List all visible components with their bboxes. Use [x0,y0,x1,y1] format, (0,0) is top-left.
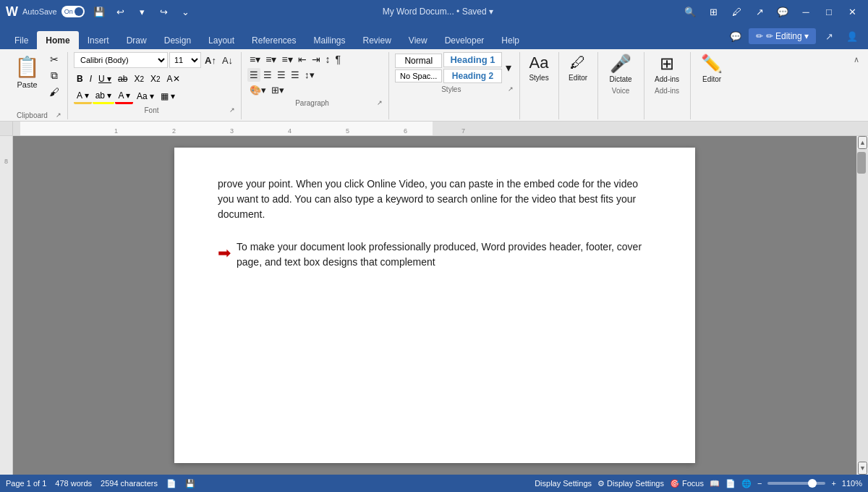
bold-button[interactable]: B [74,71,86,87]
tab-draw[interactable]: Draw [118,31,156,50]
account-icon[interactable]: ⊞ [703,1,723,22]
comments-button[interactable]: 💬 [773,1,793,22]
sort-button[interactable]: ↕ [323,52,333,67]
vertical-scrollbar[interactable]: ▲ ▼ [856,136,868,475]
no-space-style[interactable]: No Spac... [395,69,442,82]
comments-ribbon-button[interactable]: 💬 [726,26,746,46]
minimize-button[interactable]: ─ [796,1,816,22]
editor-button[interactable]: ✏️ Editor [698,52,726,85]
display-settings-label[interactable]: ⚙ Display Settings [597,479,664,488]
title-dropdown[interactable]: ▾ [489,7,493,17]
tab-review[interactable]: Review [354,31,400,50]
font-color-button[interactable]: A ▾ [74,88,92,104]
read-mode-icon[interactable]: 📖 [710,479,720,488]
bullets-button[interactable]: ≡▾ [247,52,263,67]
search-button[interactable]: 🔍 [680,1,700,22]
document-page[interactable]: prove your point. When you click Online … [174,148,695,463]
shading-para-button[interactable]: 🎨▾ [247,83,268,97]
scroll-track[interactable] [857,149,868,462]
zoom-out-button[interactable]: − [757,479,762,488]
autosave-toggle[interactable]: On [61,6,85,17]
close-button[interactable]: ✕ [842,1,862,22]
user-icon[interactable]: 👤 [842,26,862,46]
print-layout-icon[interactable]: 📄 [726,479,736,488]
line-spacing-button[interactable]: ↕▾ [302,68,317,82]
italic-button[interactable]: I [87,71,95,87]
multilevel-button[interactable]: ≡▾ [279,52,294,67]
tab-design[interactable]: Design [156,31,200,50]
decrease-indent-button[interactable]: ⇤ [296,52,309,67]
focus-label[interactable]: 🎯 Focus [670,479,704,488]
styles-dropdown[interactable]: ▾ [503,59,514,76]
editing-button[interactable]: ✏ ✏ Editing ▾ [749,28,816,44]
clipboard-expander[interactable]: ↗ [56,111,61,119]
tab-help[interactable]: Help [493,31,528,50]
ribbon-display-button[interactable]: 🖊 [726,1,746,22]
display-settings-button[interactable]: Display Settings [535,479,592,488]
redo-button[interactable]: ↪ [154,1,174,22]
align-right-button[interactable]: ☰ [275,68,288,82]
change-case-button[interactable]: Aa ▾ [134,88,157,104]
shrink-font-button[interactable]: A↓ [220,54,235,67]
tab-insert[interactable]: Insert [79,31,118,50]
styles-button[interactable]: Aa Styles [526,52,552,83]
tab-home[interactable]: Home [37,31,78,50]
tab-view[interactable]: View [400,31,436,50]
align-left-button[interactable]: ☰ [247,68,260,82]
web-layout-icon[interactable]: 🌐 [741,479,752,488]
grow-font-button[interactable]: A↑ [203,54,218,67]
save-button[interactable]: 💾 [89,1,109,22]
zoom-percent[interactable]: 110% [842,479,862,488]
align-center-button[interactable]: ☰ [261,68,274,82]
editing-ribbon-button[interactable]: 🖊 Editor [565,52,591,83]
share-ribbon-btn[interactable]: ↗ [819,26,839,46]
strikethrough-button[interactable]: ab [115,71,130,87]
scroll-thumb[interactable] [857,152,866,174]
numbering-button[interactable]: ≡▾ [263,52,278,67]
scroll-down-button[interactable]: ▼ [858,462,867,475]
subscript-button[interactable]: X2 [131,71,147,87]
tab-file[interactable]: File [6,31,37,50]
scroll-up-button[interactable]: ▲ [858,136,867,149]
tab-layout[interactable]: Layout [200,31,243,50]
tab-references[interactable]: References [243,31,305,50]
heading1-style[interactable]: Heading 1 [443,52,501,67]
proofing-icon[interactable]: 📄 [166,479,176,488]
clear-format-button[interactable]: A✕ [164,71,183,87]
underline-button[interactable]: U ▾ [95,71,114,87]
borders-button[interactable]: ⊞▾ [269,83,286,97]
font-expander[interactable]: ↗ [229,106,235,114]
heading2-style[interactable]: Heading 2 [443,69,501,83]
undo-dropdown[interactable]: ▾ [132,1,153,22]
maximize-button[interactable]: □ [819,1,839,22]
document-scroll-area[interactable]: prove your point. When you click Online … [13,136,856,475]
normal-style[interactable]: Normal [395,54,442,68]
zoom-in-button[interactable]: + [831,479,835,488]
styles-expander[interactable]: ↗ [508,85,514,93]
font-name-select[interactable]: Calibri (Body) [74,52,168,68]
paragraph-expander[interactable]: ↗ [377,99,383,106]
show-hide-button[interactable]: ¶ [333,52,344,67]
cut-button[interactable]: ✂ [47,52,61,67]
highlight-button[interactable]: ab ▾ [93,88,115,104]
format-painter-button[interactable]: 🖌 [47,85,61,99]
word-count: 478 words [55,479,92,488]
justify-button[interactable]: ☰ [289,68,302,82]
increase-indent-button[interactable]: ⇥ [310,52,323,67]
shading-button[interactable]: ▦ ▾ [158,88,178,104]
superscript-button[interactable]: X2 [148,71,163,87]
addins-button[interactable]: ⊞ Add-ins [652,52,682,85]
text-color-button[interactable]: A ▾ [115,88,133,104]
font-size-select[interactable]: 11 [169,52,201,68]
zoom-slider[interactable] [767,482,825,485]
share-button[interactable]: ↗ [749,1,770,22]
customize-quick-access[interactable]: ⌄ [176,1,196,22]
undo-button[interactable]: ↩ [111,1,131,22]
copy-button[interactable]: ⧉ [47,68,61,83]
ribbon-collapse-button[interactable]: ∧ [851,55,862,64]
dictate-button[interactable]: 🎤 Dictate [606,52,634,85]
tab-mailings[interactable]: Mailings [305,31,354,50]
paste-button[interactable]: 📋 Paste [9,52,46,92]
save-status-icon[interactable]: 💾 [185,479,195,488]
tab-developer[interactable]: Developer [436,31,493,50]
